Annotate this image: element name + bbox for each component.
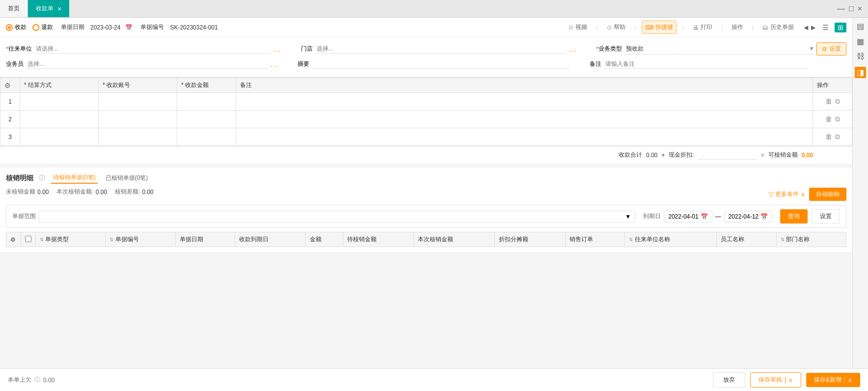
help-label: 帮助	[614, 23, 625, 31]
col-dept-label: 部门名称	[786, 236, 810, 243]
row-action-3: 🗑 ⧉	[813, 128, 852, 146]
row-amount-1[interactable]	[177, 93, 236, 111]
print-button[interactable]: 🖨 打印	[690, 21, 715, 33]
nuclear-info-icon[interactable]: ⓘ	[39, 174, 45, 182]
history-button[interactable]: 🗂 历史单据	[760, 21, 797, 33]
counterparty-more-button[interactable]: …	[273, 45, 281, 54]
query-button[interactable]: 查询	[780, 209, 808, 223]
row-account-1[interactable]	[99, 93, 177, 111]
col-type: ⇅ 单据类型	[36, 232, 106, 247]
col-doc-date: 单据日期	[175, 232, 235, 247]
tab-close-icon[interactable]: ×	[57, 5, 61, 13]
col-amount-label: * 收款金额	[181, 82, 209, 88]
counterparty-input[interactable]	[34, 44, 271, 54]
remark-input[interactable]	[603, 59, 807, 69]
staff-input[interactable]	[26, 59, 268, 69]
delete-icon-3[interactable]: 🗑	[825, 133, 832, 141]
bottom-table: ⚙ ⇅ 单据类型 ⇅ 单据编号	[6, 232, 846, 247]
col-account-label: * 收款账号	[103, 82, 130, 88]
form-area: * 往来单位 … 门店 … * 业务类型 预收款 ▼	[0, 37, 852, 77]
select-all-checkbox[interactable]	[25, 236, 31, 242]
video-button[interactable]: ⊙ 视频	[566, 21, 590, 33]
footer-right: 放弃 保存草稿 ∧ 保存&新增 ∧	[713, 372, 860, 388]
row-amount-3[interactable]	[177, 128, 236, 146]
auto-clear-button[interactable]: 自动核销	[809, 188, 846, 201]
operations-button[interactable]: 操作	[729, 21, 746, 33]
bottom-table-container: ⚙ ⇅ 单据类型 ⇅ 单据编号	[6, 232, 846, 247]
doc-date-label: 单据日期	[61, 23, 84, 31]
remark-label: 备注	[590, 60, 601, 68]
tab-home[interactable]: 首页	[0, 0, 28, 17]
next-arrow[interactable]: ▶	[810, 23, 816, 32]
save-new-button[interactable]: 保存&新增 ∧	[806, 373, 860, 387]
range-select[interactable]: ▼	[39, 211, 635, 223]
form-settings-button[interactable]: ⚙ 设置	[816, 42, 846, 56]
help-button[interactable]: ⊙ 帮助	[604, 21, 628, 33]
save-draft-arrow[interactable]: ∧	[785, 377, 793, 384]
store-more-button[interactable]: …	[569, 45, 576, 54]
row-account-2[interactable]	[99, 111, 177, 128]
tab-done[interactable]: 已核销单据(0笔)	[104, 173, 150, 183]
doc-number-value: SK-20230324-001	[170, 24, 217, 31]
nuclear-header: 核销明细 ⓘ 待核销单据(0笔) 已核销单据(0笔)	[6, 172, 846, 184]
net-value: 0.00	[802, 152, 813, 159]
doc-date-value: 2023-03-24	[90, 24, 120, 31]
delete-icon-1[interactable]: 🗑	[825, 97, 832, 106]
abandon-button[interactable]: 放弃	[713, 372, 745, 388]
minimize-button[interactable]: —	[837, 4, 845, 13]
save-new-arrow[interactable]: ∧	[844, 377, 852, 384]
prev-arrow[interactable]: ◀	[803, 23, 809, 32]
copy-icon-1[interactable]: ⧉	[835, 97, 840, 106]
tab-active[interactable]: 收款单 ×	[28, 0, 69, 17]
col-pending-label: 待核销金额	[347, 236, 377, 243]
sort-icon-counterparty: ⇅	[629, 237, 633, 242]
diff-label: 核销差额:	[115, 188, 140, 196]
tab-pending[interactable]: 待核销单据(0笔)	[51, 172, 98, 184]
save-draft-button[interactable]: 保存草稿 ∧	[750, 372, 801, 388]
payment-table: ⚙ * 结算方式 * 收款账号 * 收款金额 备注 操作	[0, 78, 852, 146]
sidebar-link-icon[interactable]: ⛓	[857, 52, 865, 61]
copy-icon-3[interactable]: ⧉	[835, 133, 840, 141]
row-settle-1[interactable]	[20, 93, 99, 111]
row-account-3[interactable]	[99, 128, 177, 146]
main-content: 收款 退款 单据日期 2023-03-24 📅 单据编号 SK-20230324…	[0, 18, 852, 275]
row-settle-3[interactable]	[20, 128, 99, 146]
business-type-select[interactable]: 预收款 ▼	[624, 44, 816, 55]
sidebar-table-icon[interactable]: ▤	[857, 22, 864, 31]
sidebar-expand-icon[interactable]: ◨	[855, 67, 866, 78]
list-view-icon[interactable]: ☰	[822, 24, 829, 31]
business-type-arrow: ▼	[809, 45, 814, 52]
form-settings-label: 设置	[829, 45, 841, 53]
range-field: 单据范围 ▼	[12, 211, 635, 223]
doc-date-field: 单据日期 2023-03-24 📅	[61, 23, 133, 31]
more-conditions-button[interactable]: ▽ 更多条件 ∧	[769, 190, 805, 198]
footer-left: 本单上欠 ⓘ 0.00	[8, 376, 54, 384]
doc-date-calendar-icon[interactable]: 📅	[125, 24, 133, 31]
close-button[interactable]: ×	[858, 4, 862, 13]
store-input[interactable]	[315, 44, 567, 54]
bottom-table-settings-icon[interactable]: ⚙	[10, 236, 16, 243]
row-remark-3[interactable]	[236, 128, 813, 146]
staff-more-button[interactable]: …	[270, 60, 278, 69]
radio-receive[interactable]: 收款	[6, 23, 27, 31]
shortcut-button[interactable]: ⌨ 快捷键	[642, 21, 677, 34]
maximize-button[interactable]: □	[849, 4, 854, 13]
grid-view-icon[interactable]: ⊞	[835, 23, 846, 32]
row-amount-2[interactable]	[177, 111, 236, 128]
copy-icon-2[interactable]: ⧉	[835, 115, 840, 123]
row-remark-1[interactable]	[236, 93, 813, 111]
row-remark-2[interactable]	[236, 111, 813, 128]
radio-refund[interactable]: 退款	[32, 23, 53, 31]
row-settle-2[interactable]	[20, 111, 99, 128]
date-from-input[interactable]: 2022-04-01 📅	[664, 211, 712, 223]
table-settings-icon[interactable]: ⚙	[4, 82, 11, 89]
sidebar-grid-icon[interactable]: ▦	[857, 37, 864, 46]
summary-input[interactable]	[311, 59, 570, 69]
col-amount-header: * 收款金额	[177, 78, 236, 93]
discount-input[interactable]	[698, 150, 757, 160]
date-to-input[interactable]: 2022-04-12 📅	[724, 211, 772, 223]
nuclear-settings-button[interactable]: 设置	[812, 209, 840, 223]
calendar-to-icon: 📅	[760, 213, 768, 220]
shortcut-label: 快捷键	[655, 23, 673, 31]
delete-icon-2[interactable]: 🗑	[825, 115, 832, 123]
